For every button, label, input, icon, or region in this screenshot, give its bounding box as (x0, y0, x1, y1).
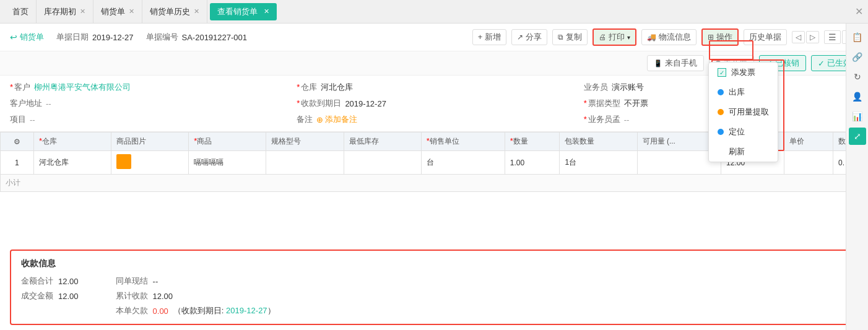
row-image (111, 151, 189, 175)
tab-view-sales[interactable]: 查看销货单 ✕ (210, 3, 277, 20)
copy-button[interactable]: ⧉ 复制 (552, 29, 588, 45)
subtotal-row: 小计 (1, 175, 868, 192)
dropdown-add-invoice-label: 添发票 (731, 67, 755, 78)
print-button[interactable]: 🖨 打印 ▾ (592, 28, 636, 46)
share-button[interactable]: ↗ 分享 (511, 29, 547, 45)
payment-due-date: 2019-12-27 (226, 306, 267, 315)
sidebar-icon-expand[interactable]: ⤢ (849, 128, 866, 145)
payment-col-2: 同单现结 -- 累计收款 12.00 本单欠款 0.00 （收款到期日: 201… (116, 276, 276, 316)
row-quantity: 1.00 (505, 151, 560, 175)
doc-date-label: 单据日期 (56, 32, 89, 43)
dropdown-available-qty-label: 可用量提取 (729, 106, 769, 118)
cumulative-payment-label: 累计收款 (116, 290, 148, 302)
address-field: 客户地址 -- (10, 98, 284, 109)
tab-sales-history[interactable]: 销货单历史 ✕ (142, 0, 207, 24)
address-label: 客户地址 (10, 98, 42, 109)
sidebar-icon-user[interactable]: 👤 (849, 88, 866, 105)
row-spec (266, 151, 344, 175)
current-balance-label: 本单欠款 (116, 305, 148, 316)
total-amount-value: 12.00 (58, 277, 79, 286)
project-label: 项目 (10, 114, 26, 125)
col-product: *商品 (189, 132, 266, 151)
transaction-amount-value: 12.00 (58, 292, 79, 301)
tab-sales-history-label: 销货单历史 (150, 6, 190, 17)
payment-info-grid: 金额合计 12.00 成交金额 12.00 同单现结 -- 累计收款 12.00 (21, 276, 847, 316)
radio-locate[interactable] (718, 129, 724, 135)
share-label: 分享 (526, 32, 542, 43)
tab-inventory-close[interactable]: ✕ (80, 7, 85, 15)
payment-due-info: （收款到期日: 2019-12-27） (173, 305, 276, 316)
sidebar-icon-chart[interactable]: 📊 (849, 108, 866, 125)
current-balance-row: 本单欠款 0.00 （收款到期日: 2019-12-27） (116, 305, 276, 316)
tab-bar-close[interactable]: ✕ (855, 6, 863, 17)
total-amount-label: 金额合计 (21, 276, 53, 287)
tab-sales-order-close[interactable]: ✕ (129, 7, 134, 15)
radio-outbound[interactable] (718, 89, 724, 95)
dropdown-refresh[interactable]: 刷新 (709, 142, 778, 162)
row-warehouse: 河北仓库 (33, 151, 111, 175)
same-order-row: 同单现结 -- (116, 276, 276, 287)
same-order-value: -- (153, 277, 158, 286)
logistics-button[interactable]: 🚚 物流信息 (641, 29, 697, 45)
sidebar-icon-link[interactable]: 🔗 (849, 48, 866, 66)
view-list[interactable]: ☰ (824, 30, 841, 44)
doc-type-title: ↩ 销货单 (10, 32, 44, 43)
dropdown-locate[interactable]: 定位 (709, 122, 778, 142)
dropdown-add-invoice[interactable]: ✓ 添发票 (709, 63, 778, 82)
customer-value[interactable]: 柳州粤港平安气体有限公司 (34, 82, 131, 93)
sidebar-icon-clipboard[interactable]: 📋 (849, 28, 866, 46)
payment-date-field: 收款到期日 2019-12-27 (297, 98, 571, 109)
payment-info-title: 收款信息 (21, 258, 847, 269)
logistics-label: 物流信息 (659, 32, 691, 43)
col-min-stock: 最低库存 (344, 132, 421, 151)
tab-home[interactable]: 首页 (5, 0, 37, 24)
tab-view-sales-close[interactable]: ✕ (264, 7, 269, 15)
dropdown-outbound[interactable]: 出库 (709, 82, 778, 102)
tab-sales-history-close[interactable]: ✕ (194, 7, 199, 15)
warehouse-label: 仓库 (297, 82, 317, 93)
history-button[interactable]: 历史单据 (744, 29, 787, 45)
tab-inventory-init[interactable]: 库存期初 ✕ (37, 0, 93, 24)
copy-label: 复制 (566, 32, 582, 43)
tab-sales-order-label: 销货单 (101, 6, 125, 17)
col-gear[interactable]: ⚙ (1, 132, 34, 151)
nav-next[interactable]: ▷ (806, 31, 819, 43)
sidebar-icon-refresh[interactable]: ↻ (849, 68, 866, 85)
dropdown-outbound-label: 出库 (729, 87, 745, 98)
row-min-stock (344, 151, 421, 175)
nav-arrows: ◁ ▷ (792, 31, 819, 43)
right-sidebar: 📋 🔗 ↻ 👤 📊 ⤢ (846, 24, 868, 330)
warehouse-field: 仓库 河北仓库 (297, 82, 571, 93)
payment-date-value: 2019-12-27 (345, 99, 386, 108)
note-field: 备注 ⊕ 添加备注 (297, 114, 571, 125)
warehouse-value: 河北仓库 (321, 82, 353, 93)
staff-value: -- (624, 115, 630, 124)
dropdown-available-qty[interactable]: 可用量提取 (709, 102, 778, 122)
transaction-amount-row: 成交金额 12.00 (21, 290, 79, 302)
dropdown-refresh-label: 刷新 (729, 146, 745, 157)
radio-available-qty[interactable] (718, 109, 724, 115)
doc-number-label: 单据编号 (146, 32, 178, 43)
total-amount-row: 金额合计 12.00 (21, 276, 79, 287)
salesperson-value: 演示账号 (612, 82, 644, 93)
ticket-type-label: 票据类型 (584, 98, 620, 109)
product-image (116, 154, 131, 169)
payment-info-panel: 收款信息 金额合计 12.00 成交金额 12.00 同单现结 -- 累计收款 (10, 250, 858, 325)
checkbox-add-invoice[interactable]: ✓ (718, 68, 726, 77)
add-note-button[interactable]: ⊕ 添加备注 (316, 114, 357, 125)
tab-bar: 首页 库存期初 ✕ 销货单 ✕ 销货单历史 ✕ 查看销货单 ✕ ✕ (0, 0, 868, 24)
nav-prev[interactable]: ◁ (792, 31, 805, 43)
staff-label: 业务员孟 (584, 114, 620, 125)
operations-dropdown: ✓ 添发票 出库 可用量提取 定位 刷新 (708, 62, 778, 162)
operations-button[interactable]: ⊞ 操作 (701, 28, 739, 46)
transaction-amount-label: 成交金额 (21, 290, 53, 302)
col-image: 商品图片 (111, 132, 189, 151)
from-phone-button[interactable]: 📱 来自手机 (647, 55, 704, 71)
same-order-label: 同单现结 (116, 276, 148, 287)
col-warehouse: *仓库 (33, 132, 111, 151)
new-button[interactable]: + 新增 (472, 29, 506, 45)
tab-sales-order[interactable]: 销货单 ✕ (93, 0, 142, 24)
project-value: -- (30, 115, 35, 124)
doc-type-label: 销货单 (20, 32, 44, 43)
tab-inventory-label: 库存期初 (44, 6, 76, 17)
